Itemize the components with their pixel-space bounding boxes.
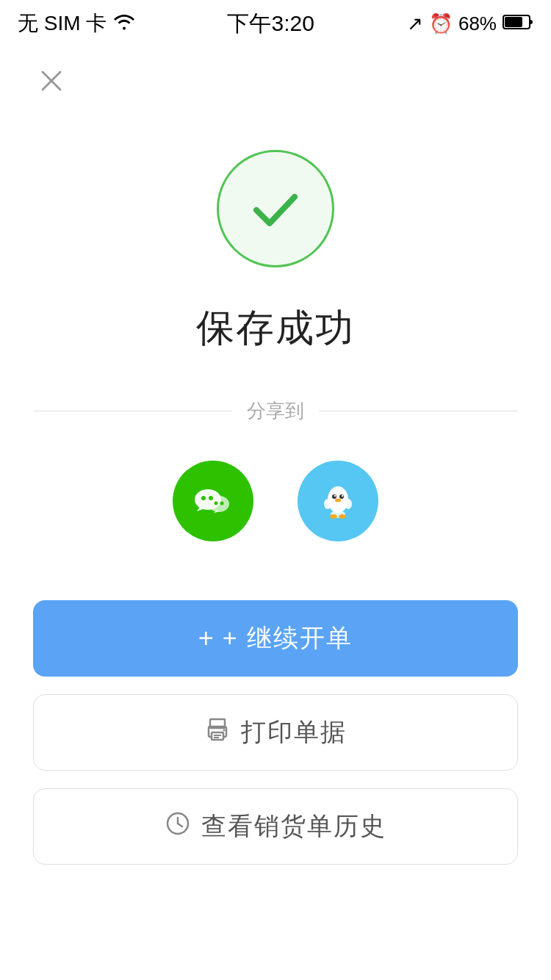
svg-point-9 xyxy=(220,502,224,505)
svg-point-26 xyxy=(223,729,226,732)
clock-icon xyxy=(165,810,191,843)
continue-order-button[interactable]: + + 继续开单 xyxy=(33,600,518,677)
status-right: ↗ ⏰ 68% xyxy=(407,12,533,35)
svg-point-14 xyxy=(334,495,336,497)
svg-point-6 xyxy=(201,496,206,500)
alarm-icon: ⏰ xyxy=(429,12,453,35)
success-title: 保存成功 xyxy=(196,303,355,354)
svg-point-17 xyxy=(324,499,331,509)
battery-icon xyxy=(503,12,533,35)
history-button[interactable]: 查看销货单历史 xyxy=(33,788,518,865)
svg-rect-1 xyxy=(505,17,522,27)
status-left: 无 SIM 卡 xyxy=(18,10,134,37)
history-label: 查看销货单历史 xyxy=(201,810,386,843)
share-qq-button[interactable] xyxy=(298,461,378,541)
svg-point-16 xyxy=(335,499,341,502)
main-content: 保存成功 分享到 xyxy=(0,47,551,865)
print-button[interactable]: 打印单据 xyxy=(33,694,518,771)
success-circle xyxy=(217,150,334,267)
close-button[interactable] xyxy=(29,59,73,103)
wifi-icon xyxy=(114,12,134,35)
printer-icon xyxy=(204,716,231,749)
svg-line-29 xyxy=(178,824,182,826)
svg-point-18 xyxy=(345,499,352,509)
svg-point-8 xyxy=(215,502,218,505)
location-icon: ↗ xyxy=(407,12,423,35)
divider-right xyxy=(319,411,518,411)
svg-point-20 xyxy=(339,514,346,519)
svg-point-19 xyxy=(330,514,337,519)
sim-text: 无 SIM 卡 xyxy=(18,10,107,37)
plus-icon: + xyxy=(198,623,215,654)
share-wechat-button[interactable] xyxy=(173,461,253,541)
svg-point-15 xyxy=(342,495,343,497)
svg-point-7 xyxy=(209,496,213,500)
action-buttons: + + 继续开单 打印单据 xyxy=(33,600,518,865)
divider-left xyxy=(33,411,232,411)
status-bar: 无 SIM 卡 下午3:20 ↗ ⏰ 68% xyxy=(0,0,551,47)
battery-text: 68% xyxy=(458,12,497,35)
share-icons-row xyxy=(173,461,378,541)
continue-label: + 继续开单 xyxy=(223,621,353,655)
print-label: 打印单据 xyxy=(241,716,347,749)
share-divider: 分享到 xyxy=(33,398,518,424)
share-label: 分享到 xyxy=(247,398,304,424)
status-time: 下午3:20 xyxy=(227,9,314,39)
svg-point-12 xyxy=(332,494,336,499)
svg-point-13 xyxy=(339,494,344,499)
